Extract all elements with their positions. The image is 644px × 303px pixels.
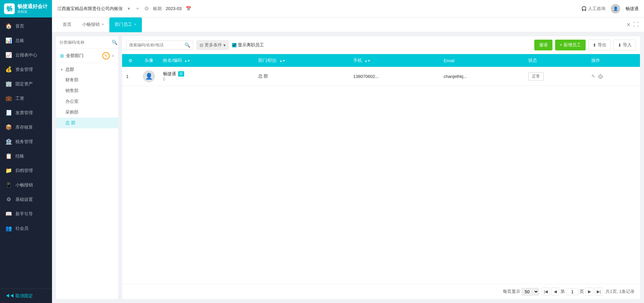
tab-close-action[interactable]: ✕ bbox=[626, 21, 631, 28]
unpin-label: ◀◀ 取消固定 bbox=[5, 293, 33, 299]
dept-search-icon[interactable]: 🔍 bbox=[112, 40, 117, 45]
sidebar-label-close: 结账 bbox=[15, 153, 24, 159]
tabs-bar: 首页 小畅报销 × 部门员工 × ✕ ⛶ bbox=[52, 17, 644, 32]
sidebar-item-salary[interactable]: 💼 工资 bbox=[0, 91, 52, 105]
page-num-label: 第 bbox=[560, 289, 565, 295]
dept-group-head[interactable]: ▼ 总部 bbox=[56, 64, 118, 75]
period-value: 2023-03 bbox=[166, 6, 182, 11]
row-status: 正常 bbox=[524, 67, 588, 86]
group-expand-icon: ▼ bbox=[60, 68, 63, 72]
dept-grid-icon: ⊞ bbox=[60, 53, 64, 58]
sidebar-item-close[interactable]: 📋 结账 bbox=[0, 149, 52, 163]
dept-sort-icon: ▲▼ bbox=[279, 59, 285, 62]
dept-item-finance[interactable]: 财务部 bbox=[56, 75, 118, 85]
col-settings[interactable]: ⚙ bbox=[122, 54, 139, 67]
sidebar-item-archive[interactable]: 📁 归档管理 bbox=[0, 163, 52, 178]
tab-home-label: 首页 bbox=[63, 21, 71, 28]
page-last-button[interactable]: ▶| bbox=[595, 288, 603, 296]
more-filter-chevron: ▾ bbox=[223, 43, 226, 48]
invite-button[interactable]: 邀请 bbox=[534, 40, 552, 50]
add-employee-button[interactable]: + 新增员工 bbox=[555, 40, 586, 50]
tab-expense-label: 小畅报销 bbox=[82, 21, 100, 28]
tab-employees-close[interactable]: × bbox=[134, 22, 137, 27]
table-header-row: ⚙ 头像 姓名/编码 ▲▼ 部门/职位 ▲▼ 手机 bbox=[122, 54, 640, 67]
sidebar-item-tax[interactable]: 🏦 税务管理 bbox=[0, 134, 52, 149]
service-button[interactable]: 🎧 人工咨询 bbox=[581, 6, 605, 12]
more-filter-button[interactable]: ⊟ 更多条件 ▾ bbox=[197, 40, 229, 50]
employee-search-icon[interactable]: 🔍 bbox=[184, 42, 190, 48]
company-name: 江西服宝精品有限责任公司内账张 bbox=[57, 6, 123, 12]
page-size-dropdown[interactable]: 10 20 50 100 bbox=[522, 288, 539, 296]
topbar-right: 🎧 人工咨询 👤 畅捷通 bbox=[581, 4, 639, 13]
sidebar-item-assets[interactable]: 🏢 固定资产 bbox=[0, 77, 52, 91]
col-status: 状态 bbox=[524, 54, 588, 67]
sidebar-item-expense[interactable]: 📱 小畅报销 bbox=[0, 178, 52, 192]
page-prev-button[interactable]: ◀ bbox=[551, 288, 559, 296]
sidebar: 畅 畅捷通好会计 旗舰版 🏠 首页 📊 总账 📈 云报表中心 💰 资金管理 🏢 … bbox=[0, 0, 52, 303]
page-label: 页 bbox=[580, 289, 584, 295]
sidebar-unpin[interactable]: ◀◀ 取消固定 bbox=[0, 289, 52, 303]
sidebar-label-home: 首页 bbox=[15, 23, 24, 29]
add-company-icon[interactable]: ＋ bbox=[135, 5, 140, 12]
show-resigned-checkbox[interactable] bbox=[232, 43, 236, 47]
sidebar-label-invoice: 发票管理 bbox=[15, 110, 33, 116]
sidebar-item-reports[interactable]: 📈 云报表中心 bbox=[0, 48, 52, 62]
company-dropdown-icon[interactable]: ▼ bbox=[127, 6, 131, 11]
home-icon: 🏠 bbox=[5, 23, 12, 29]
col-dept[interactable]: 部门/职位 ▲▼ bbox=[254, 54, 350, 67]
dept-item-office[interactable]: 办公室 bbox=[56, 96, 118, 107]
main-area: 江西服宝精品有限责任公司内账张 ▼ ＋ ⚙ 账期 2023-03 📅 🎧 人工咨… bbox=[52, 0, 644, 303]
sidebar-label-funds: 资金管理 bbox=[15, 67, 33, 73]
sidebar-item-community[interactable]: 👥 社会员 bbox=[0, 221, 52, 235]
employee-search-input[interactable] bbox=[129, 43, 182, 47]
employee-avatar: 👤 bbox=[143, 70, 155, 82]
logout-icon[interactable]: ⏻ bbox=[598, 74, 603, 79]
show-resigned-wrap[interactable]: 显示离职员工 bbox=[232, 42, 264, 48]
import-button[interactable]: ⬇ 导入 bbox=[613, 40, 636, 50]
calendar-icon[interactable]: 📅 bbox=[186, 6, 191, 11]
avatar: 👤 bbox=[611, 4, 620, 13]
tab-expense-close[interactable]: × bbox=[102, 22, 104, 27]
sidebar-item-guide[interactable]: 📖 新手引导 bbox=[0, 207, 52, 221]
dept-search-input[interactable] bbox=[59, 40, 110, 45]
logo-text-wrap: 畅捷通好会计 旗舰版 bbox=[17, 3, 48, 14]
dept-item-general[interactable]: 总 部 bbox=[56, 118, 118, 128]
row-actions: ✎ ⏻ bbox=[587, 67, 640, 86]
page-input[interactable] bbox=[566, 288, 578, 295]
page-first-button[interactable]: |◀ bbox=[542, 288, 550, 296]
add-employee-label: + 新增员工 bbox=[560, 42, 581, 48]
sidebar-label-assets: 固定资产 bbox=[15, 81, 33, 87]
sidebar-label-guide: 新手引导 bbox=[15, 211, 33, 217]
employee-table-wrap: ⚙ 头像 姓名/编码 ▲▼ 部门/职位 ▲▼ 手机 bbox=[122, 54, 640, 284]
dept-search-bar: 🔍 bbox=[56, 36, 118, 49]
sidebar-item-settings[interactable]: ⚙ 基础设置 bbox=[0, 192, 52, 207]
export-button[interactable]: ⬆ 导出 bbox=[588, 40, 611, 50]
col-phone[interactable]: 手机 ▲▼ bbox=[349, 54, 440, 67]
page-next-button[interactable]: ▶ bbox=[585, 288, 593, 296]
funds-icon: 💰 bbox=[5, 66, 12, 73]
sidebar-item-inventory[interactable]: 📦 库存核算 bbox=[0, 120, 52, 134]
dept-collapse-icon[interactable]: « bbox=[112, 53, 114, 58]
table-row: 1 👤 畅捷通 部 0 总 部 bbox=[122, 67, 640, 86]
tab-expense[interactable]: 小畅报销 × bbox=[77, 17, 109, 32]
tab-expand-action[interactable]: ⛶ bbox=[633, 21, 639, 28]
dept-item-sales[interactable]: 销售部 bbox=[56, 85, 118, 96]
group-label: 总部 bbox=[65, 67, 74, 73]
inventory-icon: 📦 bbox=[5, 124, 12, 130]
name-sort-icon: ▲▼ bbox=[184, 59, 190, 62]
col-name[interactable]: 姓名/编码 ▲▼ bbox=[159, 54, 254, 67]
sidebar-item-funds[interactable]: 💰 资金管理 bbox=[0, 62, 52, 77]
employee-table: ⚙ 头像 姓名/编码 ▲▼ 部门/职位 ▲▼ 手机 bbox=[122, 54, 640, 86]
import-icon: ⬇ bbox=[618, 43, 622, 48]
sidebar-item-home[interactable]: 🏠 首页 bbox=[0, 19, 52, 33]
edit-icon[interactable]: ✎ bbox=[591, 74, 595, 79]
app-edition: 旗舰版 bbox=[17, 9, 48, 14]
dept-edit-button[interactable]: ✎ bbox=[102, 52, 110, 59]
topbar-settings-icon[interactable]: ⚙ bbox=[144, 5, 149, 12]
sidebar-item-ledger[interactable]: 📊 总账 bbox=[0, 33, 52, 48]
sidebar-label-inventory: 库存核算 bbox=[15, 124, 33, 130]
sidebar-item-invoice[interactable]: 🧾 发票管理 bbox=[0, 105, 52, 120]
dept-item-purchase[interactable]: 采购部 bbox=[56, 107, 118, 118]
tab-employees[interactable]: 部门员工 × bbox=[109, 17, 142, 32]
tab-home[interactable]: 首页 bbox=[57, 17, 77, 32]
